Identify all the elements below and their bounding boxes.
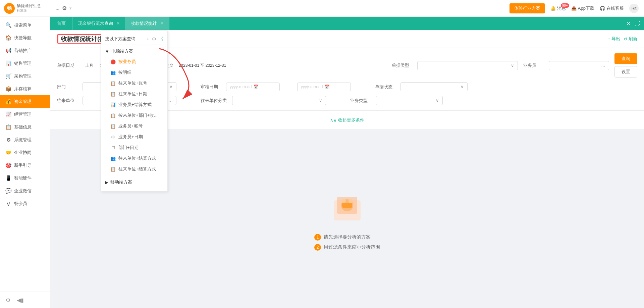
tab-bar-end: ✕ ⛶: [622, 17, 644, 30]
biz-type-select[interactable]: ∨: [376, 96, 443, 105]
panel-item-dept-date[interactable]: ⏱ 部门+日期: [101, 142, 167, 153]
sidebar: 畅 畅捷通好生意 标准版 🔍 搜索菜单 🏠 快捷导航 📢 营销推广 📊: [0, 0, 50, 308]
header-actions: 体验行业方案 🔔 消息 99+ 📥 App下载 🎧 在线客服: [509, 3, 639, 13]
salesperson-account-icon: 📋: [110, 123, 116, 129]
tab-bank-close-icon[interactable]: ✕: [116, 21, 120, 26]
handshake-icon: 🤝: [5, 150, 11, 156]
panel-item-partner-dept[interactable]: 📋 按来单位+部门+收...: [101, 110, 167, 121]
svg-rect-3: [342, 203, 352, 208]
partner-label: 往来单位: [57, 98, 77, 104]
sidebar-item-inventory[interactable]: 📦 库存核算: [0, 83, 50, 95]
salesperson-label: 业务员: [523, 62, 543, 68]
doc-status-select[interactable]: ∨: [400, 82, 468, 91]
online-service-btn[interactable]: 🎧 在线客服: [600, 5, 624, 11]
user-avatar[interactable]: Rit: [629, 4, 639, 13]
tab-bank[interactable]: 现金银行流水查询 ✕: [73, 17, 125, 30]
panel-settings-icon[interactable]: ⚙: [152, 36, 156, 42]
sidebar-item-cooperation[interactable]: 🤝 企业协同: [0, 146, 50, 159]
sidebar-item-wechat[interactable]: 💬 企业微信: [0, 185, 50, 197]
trending-icon: 📈: [5, 111, 11, 117]
home-icon: 🏠: [5, 35, 11, 41]
partner-date-icon: 📋: [110, 91, 116, 97]
panel-expand-arrow-icon: ▼: [105, 49, 109, 54]
sidebar-item-quicknav[interactable]: 🏠 快捷导航: [0, 32, 50, 44]
settings-btn[interactable]: 设置: [614, 66, 637, 78]
logo-icon: 畅: [4, 3, 15, 14]
date-label: 单据日期: [57, 62, 77, 68]
panel-item-partner-account[interactable]: 📋 往来单位+账号: [101, 78, 167, 89]
gear-settings-icon[interactable]: ⚙: [62, 5, 67, 11]
doc-type-label: 单据类型: [392, 62, 412, 68]
sidebar-logo: 畅 畅捷通好生意 标准版: [0, 0, 50, 17]
settings-icon: ⚙: [5, 137, 11, 143]
sidebar-item-search[interactable]: 🔍 搜索菜单: [0, 19, 50, 32]
panel-desktop-title[interactable]: ▼ 电脑端方案: [101, 46, 167, 56]
refresh-btn[interactable]: ↺ 刷新: [624, 36, 637, 42]
panel-header-icons: + ⚙ 《: [147, 36, 163, 42]
salesperson-scheme-icon: 🔴: [110, 59, 116, 64]
doc-icon: 📋: [5, 124, 11, 130]
salesperson-select[interactable]: …: [549, 61, 609, 70]
empty-illustration: [327, 187, 367, 227]
panel-item-salesperson-date[interactable]: ⚙ 业务员+日期: [101, 132, 167, 142]
tab-fullscreen-icon[interactable]: ⛶: [635, 20, 640, 27]
panel-item-salesperson-settlement[interactable]: 📊 业务员+结算方式: [101, 99, 167, 110]
panel-mobile-title[interactable]: ▶ 移动端方案: [101, 177, 167, 187]
salesperson-settlement-icon: 📊: [110, 102, 116, 107]
panel-item-partner-settlement1[interactable]: 👥 往来单位+结算方式: [101, 153, 167, 164]
panel-item-detail[interactable]: 👥 按明细: [101, 67, 167, 78]
sidebar-collapse-icon[interactable]: ◀▮: [15, 295, 25, 305]
query-btn[interactable]: 查询: [614, 53, 637, 64]
refresh-icon: ↺: [624, 37, 627, 42]
calendar-icon-2: 📅: [325, 85, 330, 89]
sidebar-item-basic[interactable]: 📋 基础信息: [0, 121, 50, 134]
box-icon: 📦: [5, 86, 11, 92]
panel-collapse-icon[interactable]: 《: [159, 36, 163, 42]
partner-cat-select[interactable]: ∨: [232, 96, 326, 105]
review-date-to[interactable]: yyyy-mm-dd 📅: [297, 83, 351, 91]
main-area: ... ⚙ ▾ 体验行业方案 🔔 消息 99+ 📥 App下载: [50, 0, 644, 308]
sidebar-item-hardware[interactable]: 📱 智能硬件: [0, 172, 50, 185]
date-tab-last-month[interactable]: 上月: [83, 62, 96, 69]
tab-close-all-icon[interactable]: ✕: [626, 20, 631, 27]
sidebar-item-business[interactable]: 📈 经营管理: [0, 108, 50, 121]
bell-icon: 🔔: [550, 6, 556, 11]
panel-item-partner-date[interactable]: 📋 往来单位+日期: [101, 89, 167, 99]
sidebar-item-system[interactable]: ⚙ 系统管理: [0, 134, 50, 146]
dept-date-icon: ⏱: [110, 145, 116, 150]
breadcrumb-area: ... ⚙ ▾: [56, 5, 505, 11]
sidebar-item-member[interactable]: V 畅会员: [0, 197, 50, 210]
breadcrumb: ...: [56, 6, 59, 11]
panel-item-salesperson-account[interactable]: 📋 业务员+账号: [101, 121, 167, 132]
panel-header: 按以下方案查询 + ⚙ 《: [101, 33, 167, 45]
partner-cat-label: 往来单位分类: [201, 98, 227, 104]
sidebar-item-sales[interactable]: 📊 销售管理: [0, 57, 50, 70]
page-header-actions: ↑ 导出 ↺ 刷新: [608, 36, 638, 42]
panel-item-salesperson[interactable]: 🔴 按业务员: [101, 56, 167, 67]
export-btn[interactable]: ↑ 导出: [608, 36, 621, 42]
partner-more-icon: …: [168, 98, 173, 103]
chart-icon: 📊: [5, 60, 11, 66]
sidebar-settings-icon[interactable]: ⚙: [3, 295, 13, 305]
megaphone-icon: 📢: [5, 48, 11, 54]
trial-btn[interactable]: 体验行业方案: [509, 3, 545, 13]
partner-settlement2-icon: 📋: [110, 166, 116, 172]
doc-type-select[interactable]: ∨: [417, 61, 518, 70]
sidebar-item-guide[interactable]: 🎯 新手引导: [0, 159, 50, 172]
sidebar-item-finance[interactable]: 💰 资金管理: [0, 95, 50, 108]
sidebar-item-marketing[interactable]: 📢 营销推广: [0, 44, 50, 57]
partner-dept-icon: 📋: [110, 113, 116, 118]
panel-item-partner-settlement2[interactable]: 📋 往来单位+结算方式: [101, 164, 167, 174]
tab-home[interactable]: 首页: [50, 17, 73, 30]
tab-receipt-close-icon[interactable]: ✕: [160, 21, 164, 26]
logo-text: 畅捷通好生意 标准版: [17, 3, 41, 13]
panel-add-icon[interactable]: +: [147, 36, 149, 42]
message-btn[interactable]: 🔔 消息 99+: [550, 5, 566, 11]
app-download-btn[interactable]: 📥 App下载: [571, 5, 594, 11]
collapse-btn[interactable]: ∧∧ 收起更多条件: [327, 114, 367, 126]
panel-mobile-section: ▶ 移动端方案: [101, 176, 167, 189]
tab-receipt[interactable]: 收款情况统计 ✕: [125, 17, 169, 30]
sidebar-item-purchase[interactable]: 🛒 采购管理: [0, 70, 50, 83]
headset-icon: 🎧: [600, 6, 605, 11]
review-date-from[interactable]: yyyy-mm-dd 📅: [226, 83, 280, 91]
